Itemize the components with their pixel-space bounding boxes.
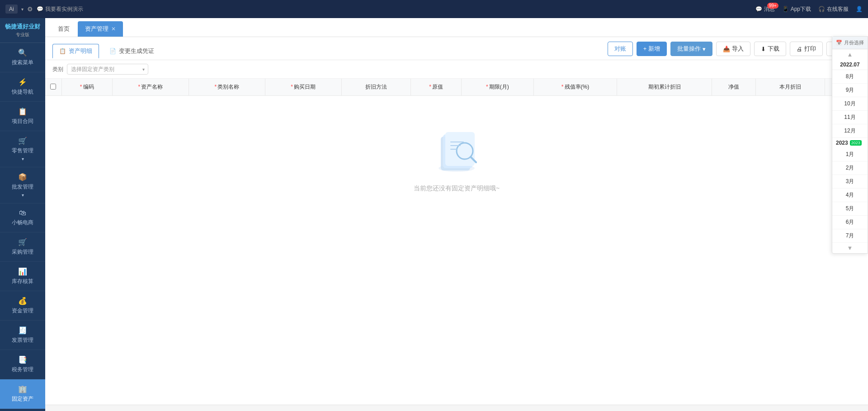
month-panel: 📅 月份选择 ▲ 2022.07 8月 9月 10月 11月 12月 2023 … (832, 36, 868, 254)
app-download-label: App下载 (791, 5, 811, 13)
sub-tab-detail[interactable]: 📋 资产明细 (52, 44, 99, 58)
voucher-icon: 📄 (109, 48, 116, 54)
month-item-11[interactable]: 11月 (832, 111, 868, 124)
year-2023-label: 2023 (836, 140, 848, 146)
sidebar-item-wholesale[interactable]: 📦 批发管理 ▾ (0, 167, 45, 203)
inner-panel: 📋 资产明细 📄 变更生成凭证 对账 + 新增 批量操作 ▾ (45, 37, 868, 411)
headset-icon: 🎧 (818, 6, 825, 12)
month-item-12[interactable]: 12月 (832, 124, 868, 138)
app-logo: 畅捷通好业财 专业版 (0, 18, 45, 43)
table-header-residual-rate: *残值率(%) (533, 79, 617, 96)
download-icon: ⬇ (761, 46, 766, 52)
print-button[interactable]: 🖨 打印 (790, 42, 823, 56)
scroll-bottom[interactable] (45, 405, 868, 411)
search-icon: 🔍 (18, 48, 27, 57)
quicknav-icon: ⚡ (18, 78, 27, 86)
table-header-name: *资产名称 (112, 79, 189, 96)
add-button[interactable]: + 新增 (637, 42, 667, 56)
logo-title: 畅捷通好业财 (4, 23, 42, 31)
sidebar-item-search[interactable]: 🔍 搜索菜单 (0, 43, 45, 72)
reconcile-button[interactable]: 对账 (608, 42, 633, 56)
sidebar-item-project[interactable]: 📋 项目合同 (0, 102, 45, 131)
demo-link[interactable]: 💬 我要看实例演示 (37, 5, 83, 13)
print-label: 打印 (804, 45, 816, 53)
sub-tab-voucher[interactable]: 📄 变更生成凭证 (103, 44, 161, 58)
sidebar-item-purchase[interactable]: 🛒 采购管理 (0, 232, 45, 262)
wholesale-arrow-icon: ▾ (22, 193, 24, 198)
month-nav-up-button[interactable]: ▲ (832, 49, 868, 60)
top-bar-right: 💬 消息 99+ 📱 App下载 🎧 在线客服 👤 (755, 5, 863, 13)
month-item-2023-7[interactable]: 7月 (832, 229, 868, 243)
empty-state: 当前您还没有固定资产明细哦~ (45, 96, 868, 220)
import-button[interactable]: 📥 导入 (716, 42, 750, 56)
sidebar-item-ecommerce[interactable]: 🛍 小畅电商 (0, 203, 45, 232)
month-2022-year[interactable]: 2022.07 (832, 60, 868, 70)
demo-link-text: 我要看实例演示 (45, 5, 83, 13)
month-item-10[interactable]: 10月 (832, 97, 868, 111)
month-item-9[interactable]: 9月 (832, 84, 868, 97)
svg-rect-3 (445, 132, 475, 166)
online-service-button[interactable]: 🎧 在线客服 (818, 5, 849, 13)
user-avatar[interactable]: 👤 (856, 6, 863, 12)
sidebar: 畅捷通好业财 专业版 🔍 搜索菜单 ⚡ 快捷导航 📋 项目合同 🛒 零售管理 ▾… (0, 18, 45, 411)
retail-icon: 🛒 (18, 137, 27, 145)
category-select[interactable]: 选择固定资产类别 (67, 64, 148, 75)
category-label: 类别 (52, 66, 63, 73)
month-nav-down-button[interactable]: ▼ (832, 243, 868, 253)
month-item-2023-5[interactable]: 5月 (832, 202, 868, 216)
sidebar-item-assets[interactable]: 🏢 固定资产 (0, 379, 45, 409)
download-button[interactable]: ⬇ 下载 (754, 42, 786, 56)
batch-button[interactable]: 批量操作 ▾ (670, 42, 712, 56)
detail-icon: 📋 (59, 48, 66, 54)
sidebar-item-label: 零售管理 (12, 147, 33, 155)
month-item-2023-2[interactable]: 2月 (832, 161, 868, 175)
month-item-2023-4[interactable]: 4月 (832, 189, 868, 202)
project-icon: 📋 (18, 107, 27, 116)
messages-badge: 99+ (767, 3, 778, 9)
assets-icon: 🏢 (18, 385, 27, 393)
month-item-8[interactable]: 8月 (832, 70, 868, 84)
tab-bar: 首页 资产管理 ✕ (45, 18, 868, 37)
tab-home[interactable]: 首页 (51, 21, 77, 37)
sidebar-item-label: 固定资产 (12, 395, 33, 403)
month-panel-header: 📅 月份选择 (832, 37, 868, 49)
select-all-checkbox[interactable] (50, 84, 56, 90)
messages-button[interactable]: 💬 消息 99+ (755, 5, 775, 13)
sub-tab-voucher-label: 变更生成凭证 (119, 47, 154, 55)
batch-arrow-icon: ▾ (703, 46, 706, 52)
table-header-checkbox (45, 79, 61, 96)
sidebar-item-quicknav[interactable]: ⚡ 快捷导航 (0, 72, 45, 102)
empty-text: 当前您还没有固定资产明细哦~ (414, 184, 500, 193)
settings-icon[interactable]: ⚙ (27, 5, 33, 13)
sidebar-item-finance[interactable]: 💰 资金管理 (0, 291, 45, 321)
sidebar-item-invoice[interactable]: 🧾 发票管理 (0, 321, 45, 350)
demo-icon: 💬 (37, 6, 43, 12)
sidebar-item-label: 批发管理 (12, 183, 33, 191)
sidebar-item-tax[interactable]: 📑 税务管理 (0, 350, 45, 379)
tab-assets-close-icon[interactable]: ✕ (111, 26, 116, 32)
import-label: 导入 (732, 45, 744, 53)
sidebar-item-label: 小畅电商 (12, 219, 33, 227)
table-header-current-depreciation: 本月折旧 (755, 79, 825, 96)
month-item-2023-3[interactable]: 3月 (832, 175, 868, 189)
month-item-2023-1[interactable]: 1月 (832, 148, 868, 161)
app-download-button[interactable]: 📱 App下载 (782, 5, 811, 13)
empty-illustration (429, 123, 484, 177)
retail-arrow-icon: ▾ (22, 156, 24, 161)
sidebar-item-label: 发票管理 (12, 336, 33, 344)
sidebar-item-inventory[interactable]: 📊 库存核算 (0, 262, 45, 291)
main-layout: 畅捷通好业财 专业版 🔍 搜索菜单 ⚡ 快捷导航 📋 项目合同 🛒 零售管理 ▾… (0, 18, 868, 411)
ecommerce-icon: 🛍 (19, 209, 26, 217)
tab-assets-label: 资产管理 (85, 25, 108, 33)
company-dropdown-icon[interactable]: ▾ (21, 7, 24, 12)
page-wrapper: 📋 资产明细 📄 变更生成凭证 对账 + 新增 批量操作 ▾ (45, 37, 868, 411)
sidebar-item-payroll[interactable]: 💵 工资 (0, 409, 45, 411)
month-item-2023-6[interactable]: 6月 (832, 216, 868, 229)
sidebar-item-retail[interactable]: 🛒 零售管理 ▾ (0, 131, 45, 167)
sub-tab-bar: 📋 资产明细 📄 变更生成凭证 对账 + 新增 批量操作 ▾ (45, 37, 868, 60)
tab-assets[interactable]: 资产管理 ✕ (78, 21, 123, 37)
month-2023-year-row: 2023 2023 (832, 138, 868, 148)
company-name[interactable]: Ai (5, 5, 18, 14)
purchase-icon: 🛒 (18, 238, 27, 246)
top-bar: Ai ▾ ⚙ 💬 我要看实例演示 💬 消息 99+ 📱 App下载 🎧 在线客服… (0, 0, 868, 18)
